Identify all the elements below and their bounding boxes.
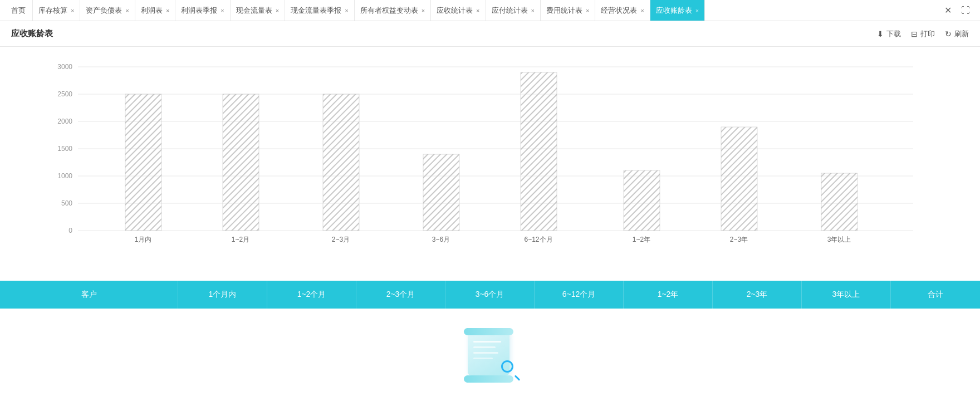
tab-close-cashflow[interactable]: × — [276, 7, 279, 14]
tab-close-ar-aging[interactable]: × — [695, 7, 699, 14]
svg-text:1~2年: 1~2年 — [633, 236, 650, 243]
tab-close-cashflow-quarter[interactable]: × — [345, 7, 348, 14]
table-header-cell-9: 合计 — [891, 281, 980, 309]
page-title: 应收账龄表 — [11, 28, 53, 39]
tab-inventory[interactable]: 库存核算× — [33, 0, 80, 21]
tab-close-ar-stat[interactable]: × — [476, 7, 479, 14]
tab-close-ap-stat[interactable]: × — [531, 7, 535, 14]
svg-text:3~6月: 3~6月 — [432, 236, 450, 243]
download-icon: ⬇ — [877, 30, 884, 38]
bar-3年以上 — [821, 173, 857, 231]
bar-1-2月 — [223, 94, 259, 231]
svg-text:1000: 1000 — [57, 172, 72, 180]
table-header-cell-1: 1个月内 — [178, 281, 267, 309]
bar-2-3年 — [721, 127, 757, 231]
empty-area — [0, 309, 980, 401]
refresh-button[interactable]: ↻ 刷新 — [945, 29, 969, 39]
svg-text:2~3月: 2~3月 — [332, 236, 350, 243]
tab-close-expense-stat[interactable]: × — [586, 7, 589, 14]
tab-home[interactable]: 首页 — [4, 0, 33, 21]
tab-balance[interactable]: 资产负债表× — [80, 0, 135, 21]
svg-text:6~12个月: 6~12个月 — [524, 236, 552, 243]
tab-close-operations[interactable]: × — [640, 7, 644, 14]
bar-2-3月 — [323, 94, 359, 231]
bar-1-2年 — [624, 170, 660, 231]
print-icon: ⊟ — [911, 30, 918, 38]
tab-close-equity[interactable]: × — [422, 7, 425, 14]
table-header-cell-3: 2~3个月 — [356, 281, 445, 309]
tab-cashflow-quarter[interactable]: 现金流量表季报× — [285, 0, 354, 21]
tab-profit-quarter[interactable]: 利润表季报× — [175, 0, 230, 21]
svg-text:2000: 2000 — [57, 118, 72, 125]
tab-cashflow[interactable]: 现金流量表× — [231, 0, 285, 21]
print-button[interactable]: ⊟ 打印 — [911, 29, 935, 39]
bar-chart: 0 500 1000 1500 2000 2500 3000 1月内 1~2月 — [17, 58, 963, 258]
table-header-cell-7: 2~3年 — [713, 281, 802, 309]
tab-close-profit-quarter[interactable]: × — [220, 7, 224, 14]
tab-bar: 首页 库存核算×资产负债表×利润表×利润表季报×现金流量表×现金流量表季报×所有… — [0, 0, 980, 21]
refresh-icon: ↻ — [945, 30, 952, 38]
tab-ar-aging[interactable]: 应收账龄表× — [650, 0, 705, 21]
svg-text:1月内: 1月内 — [135, 236, 152, 243]
main-content: 0 500 1000 1500 2000 2500 3000 1月内 1~2月 — [0, 47, 980, 401]
svg-text:0: 0 — [68, 227, 72, 234]
chart-area: 0 500 1000 1500 2000 2500 3000 1月内 1~2月 — [0, 47, 980, 281]
tab-close-balance[interactable]: × — [125, 7, 129, 14]
empty-icon — [459, 325, 521, 387]
window-maximize-button[interactable]: ⛶ — [958, 3, 973, 18]
svg-text:1500: 1500 — [57, 145, 72, 153]
tab-close-inventory[interactable]: × — [71, 7, 74, 14]
tab-expense-stat[interactable]: 费用统计表× — [541, 0, 595, 21]
table-header: 客户1个月内1~2个月2~3个月3~6个月6~12个月1~2年2~3年3年以上合… — [0, 281, 980, 309]
table-header-cell-5: 6~12个月 — [535, 281, 624, 309]
svg-text:2500: 2500 — [57, 90, 72, 98]
bar-1月内 — [125, 94, 161, 231]
page-header: 应收账龄表 ⬇ 下载 ⊟ 打印 ↻ 刷新 — [0, 21, 980, 47]
tab-actions: ✕ ⛶ — [940, 3, 976, 18]
svg-text:500: 500 — [61, 199, 72, 207]
table-header-cell-4: 3~6个月 — [445, 281, 535, 309]
tab-equity[interactable]: 所有者权益变动表× — [355, 0, 431, 21]
tab-close-profit[interactable]: × — [166, 7, 169, 14]
table-header-cell-8: 3年以上 — [802, 281, 891, 309]
bar-6-12月 — [521, 72, 557, 231]
tab-ar-stat[interactable]: 应收统计表× — [431, 0, 486, 21]
svg-text:3年以上: 3年以上 — [827, 236, 851, 243]
tab-profit[interactable]: 利润表× — [135, 0, 175, 21]
svg-text:2~3年: 2~3年 — [730, 236, 748, 243]
tab-operations[interactable]: 经营状况表× — [595, 0, 650, 21]
svg-text:1~2月: 1~2月 — [232, 236, 249, 243]
bar-3-6月 — [423, 154, 459, 231]
download-button[interactable]: ⬇ 下载 — [877, 29, 901, 39]
table-header-cell-6: 1~2年 — [624, 281, 713, 309]
header-actions: ⬇ 下载 ⊟ 打印 ↻ 刷新 — [877, 29, 969, 39]
svg-text:3000: 3000 — [57, 63, 72, 71]
table-header-cell-2: 1~2个月 — [267, 281, 356, 309]
window-close-button[interactable]: ✕ — [940, 3, 955, 18]
table-header-cell-0: 客户 — [0, 281, 178, 309]
tab-ap-stat[interactable]: 应付统计表× — [486, 0, 541, 21]
